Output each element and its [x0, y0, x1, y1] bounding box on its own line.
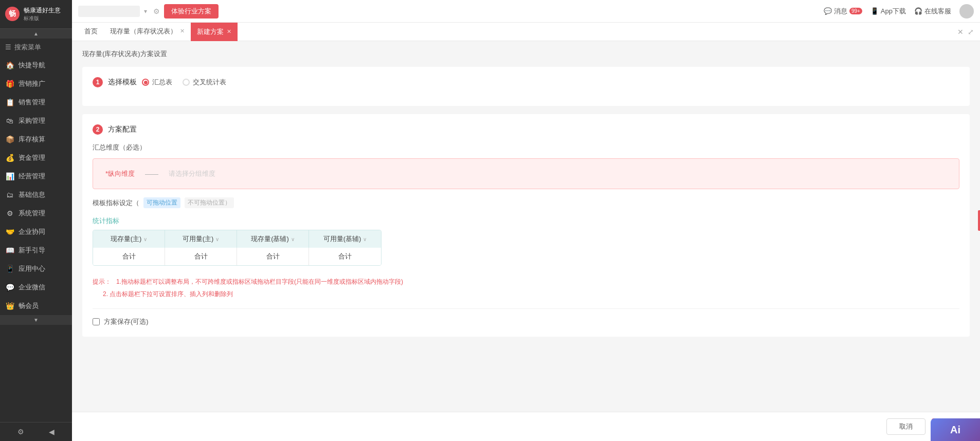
user-avatar[interactable] — [959, 4, 974, 19]
search-icon: ☰ — [5, 43, 11, 51]
app-download-item[interactable]: 📱 App下载 — [870, 7, 906, 16]
app-download-label: App下载 — [881, 7, 906, 16]
step2-title: 方案配置 — [108, 125, 137, 134]
sidebar-item-cooperation[interactable]: 🤝 企业协同 — [0, 223, 72, 241]
sidebar-item-inventory[interactable]: 📦 库存核算 — [0, 130, 72, 149]
sidebar-item-newbie[interactable]: 📖 新手引导 — [0, 241, 72, 260]
col-header-1[interactable]: 现存量(主) ∨ — [93, 230, 165, 248]
no-drag-badge: 不可拖动位置） — [185, 197, 234, 208]
right-edge-indicator — [978, 210, 980, 231]
save-checkbox[interactable] — [93, 318, 100, 325]
sidebar-item-label: 采购管理 — [19, 116, 45, 125]
content-area: 现存量(库存状况表)方案设置 1 选择模板 汇总表 交叉统计表 — [72, 41, 980, 412]
save-label: 方案保存(可选) — [104, 317, 149, 326]
trial-button[interactable]: 体验行业方案 — [164, 4, 219, 19]
finance-icon: 💰 — [5, 153, 14, 162]
tip2-row: 2. 点击标题栏下拉可设置排序、插入列和删除列 — [93, 288, 959, 300]
col-chevron-2[interactable]: ∨ — [215, 236, 219, 242]
sidebar-item-label: 营销推广 — [19, 79, 45, 88]
basic-info-icon: 🗂 — [5, 190, 14, 199]
sidebar: 畅 畅康通好生意 标准版 ▲ ☰ 搜索菜单 🏠 快捷导航 🎁 营销推广 📋 销售… — [0, 0, 72, 441]
tip1: 1.拖动标题栏可以调整布局，不可跨维度或指标区域拖动栏目字段(只能在同一维度或指… — [116, 278, 403, 285]
tab-new-plan-close-icon[interactable]: ✕ — [227, 28, 231, 35]
col-header-4[interactable]: 可用量(基辅) ∨ — [309, 230, 381, 248]
sidebar-search[interactable]: ☰ 搜索菜单 — [0, 39, 72, 56]
col-chevron-1[interactable]: ∨ — [143, 236, 147, 242]
sidebar-item-label: 新手引导 — [19, 246, 45, 255]
tab-inventory-label: 现存量（库存状况表） — [110, 27, 177, 36]
step2-header: 2 方案配置 — [93, 124, 959, 135]
step2-badge: 2 — [93, 124, 103, 135]
sidebar-scroll-down[interactable]: ▼ — [0, 315, 72, 325]
sidebar-item-wechat[interactable]: 💬 企业微信 — [0, 278, 72, 297]
col-body-1: 合计 — [93, 248, 165, 265]
collapse-footer-btn[interactable]: ◀ — [49, 428, 55, 436]
dim-placeholder[interactable]: 请选择分组维度 — [169, 169, 215, 178]
col-label-3: 现存量(基辅) — [251, 234, 289, 244]
col-header-2[interactable]: 可用量(主) ∨ — [165, 230, 237, 248]
col-body-4: 合计 — [309, 248, 381, 265]
app-name-block: 畅康通好生意 标准版 — [24, 6, 61, 22]
sidebar-search-label: 搜索菜单 — [14, 43, 41, 52]
sidebar-item-label: 系统管理 — [19, 209, 45, 218]
sidebar-item-basic-info[interactable]: 🗂 基础信息 — [0, 186, 72, 204]
topbar-gear-icon[interactable]: ⚙ — [153, 7, 160, 15]
sidebar-item-marketing[interactable]: 🎁 营销推广 — [0, 75, 72, 93]
close-window-icon[interactable]: ✕ — [957, 28, 964, 36]
stats-table-body: 合计 合计 合计 合计 — [93, 248, 381, 265]
tab-inventory-status[interactable]: 现存量（库存状况表） ✕ — [104, 23, 191, 41]
tab-home[interactable]: 首页 — [78, 23, 104, 41]
tab-new-plan[interactable]: 新建方案 ✕ — [191, 23, 238, 41]
sidebar-item-app-center[interactable]: 📱 应用中心 — [0, 260, 72, 278]
sidebar-item-finance[interactable]: 💰 资金管理 — [0, 149, 72, 167]
window-controls: ✕ ⤢ — [957, 28, 974, 36]
topbar-search-input[interactable] — [78, 6, 140, 17]
topbar: ▾ ⚙ 体验行业方案 💬 消息 99+ 📱 App下载 🎧 在线客服 — [72, 0, 980, 23]
message-item[interactable]: 💬 消息 99+ — [824, 7, 862, 16]
ai-badge[interactable]: Ai — [931, 418, 980, 441]
sidebar-item-purchase[interactable]: 🛍 采购管理 — [0, 112, 72, 130]
drag-badge: 可拖动位置 — [143, 197, 180, 208]
sidebar-item-label: 企业微信 — [19, 283, 45, 292]
app-name: 畅康通好生意 — [24, 6, 61, 15]
sidebar-item-operations[interactable]: 📊 经营管理 — [0, 167, 72, 186]
radio-summary[interactable]: 汇总表 — [142, 78, 172, 87]
sidebar-item-sales[interactable]: 📋 销售管理 — [0, 93, 72, 112]
step1-title: 选择模板 — [108, 78, 137, 87]
tab-inventory-close-icon[interactable]: ✕ — [180, 28, 185, 34]
sales-icon: 📋 — [5, 98, 14, 107]
required-dash: —— — [145, 170, 158, 178]
member-icon: 👑 — [5, 301, 14, 310]
topbar-chevron-icon[interactable]: ▾ — [144, 8, 147, 15]
col-label-4: 可用量(基辅) — [323, 234, 361, 244]
required-row: *纵向维度 —— 请选择分组维度 — [105, 169, 947, 178]
app-center-icon: 📱 — [5, 264, 14, 273]
col-chevron-4[interactable]: ∨ — [363, 236, 367, 242]
newbie-icon: 📖 — [5, 246, 14, 255]
radio-summary-circle — [142, 79, 149, 86]
radio-cross-circle — [183, 79, 190, 86]
maximize-window-icon[interactable]: ⤢ — [968, 28, 974, 36]
sidebar-item-label: 快捷导航 — [19, 61, 45, 70]
online-service-item[interactable]: 🎧 在线客服 — [914, 7, 951, 16]
cancel-button[interactable]: 取消 — [886, 418, 925, 435]
app-logo-icon: 畅 — [5, 7, 20, 21]
stats-table-header: 现存量(主) ∨ 可用量(主) ∨ 现存量(基辅) ∨ 可用量(基辅) ∨ — [93, 230, 381, 248]
summary-dim-label: 汇总维度（必选） — [93, 143, 959, 152]
sidebar-item-label: 基础信息 — [19, 190, 45, 199]
save-row: 方案保存(可选) — [93, 308, 959, 326]
app-version: 标准版 — [24, 15, 61, 22]
sidebar-item-label: 畅会员 — [19, 301, 39, 310]
sidebar-item-quick-nav[interactable]: 🏠 快捷导航 — [0, 56, 72, 75]
col-chevron-3[interactable]: ∨ — [291, 236, 295, 242]
gift-icon: 🎁 — [5, 79, 14, 88]
headset-icon: 🎧 — [914, 7, 922, 15]
page-title: 现存量(库存状况表)方案设置 — [82, 49, 970, 59]
sidebar-item-system[interactable]: ⚙ 系统管理 — [0, 204, 72, 223]
settings-footer-btn[interactable]: ⚙ — [17, 428, 24, 436]
radio-cross[interactable]: 交叉统计表 — [183, 78, 226, 87]
sidebar-scroll-up[interactable]: ▲ — [0, 29, 72, 39]
col-body-3: 合计 — [237, 248, 309, 265]
sidebar-item-member[interactable]: 👑 畅会员 — [0, 297, 72, 315]
col-header-3[interactable]: 现存量(基辅) ∨ — [237, 230, 309, 248]
